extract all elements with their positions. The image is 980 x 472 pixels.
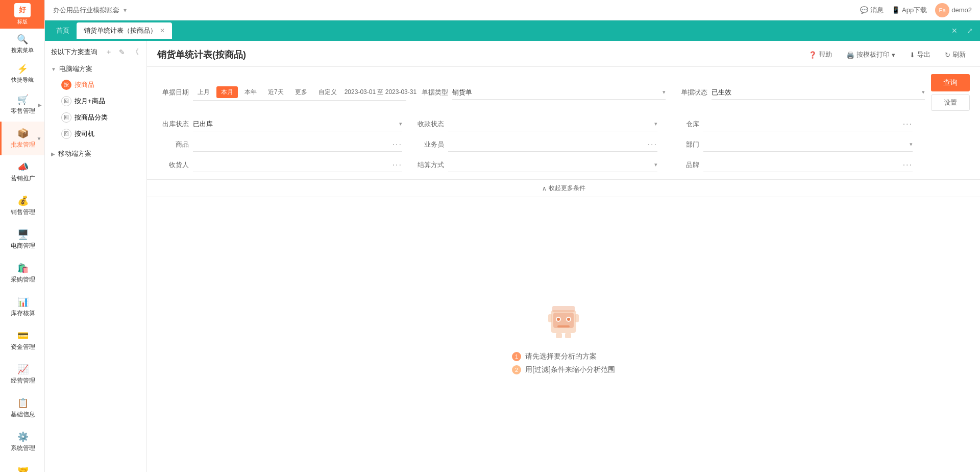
ecommerce-icon: 🖥️ bbox=[17, 229, 29, 240]
bill-status-control[interactable]: 已生效 ▾ bbox=[712, 85, 925, 100]
brand-control[interactable]: ··· bbox=[703, 158, 913, 172]
print-dropdown-icon[interactable]: ▾ bbox=[892, 51, 895, 59]
empty-tip-2: 2 用[过滤]条件来缩小分析范围 bbox=[512, 365, 615, 374]
user-profile[interactable]: Ea demo2 bbox=[935, 3, 972, 17]
bill-type-select[interactable]: 销货单 ▾ bbox=[452, 88, 666, 97]
out-status-label: 出库状态 bbox=[157, 120, 193, 129]
date-tab-last-month[interactable]: 上月 bbox=[193, 86, 214, 98]
refresh-button[interactable]: ↻ 刷新 bbox=[941, 48, 970, 61]
out-status-dropdown-icon: ▾ bbox=[399, 121, 402, 127]
filter-brand: 品牌 ··· bbox=[668, 158, 913, 172]
warehouse-control[interactable]: ··· bbox=[703, 117, 913, 131]
consignee-select[interactable]: ··· bbox=[193, 160, 402, 170]
export-button[interactable]: ⬇ 导出 bbox=[905, 48, 935, 61]
consignee-control[interactable]: ··· bbox=[193, 158, 402, 172]
staff-select[interactable]: ··· bbox=[448, 140, 657, 149]
tab-close-icon[interactable]: ✕ bbox=[160, 28, 165, 34]
out-status-control[interactable]: 已出库 ▾ bbox=[193, 117, 402, 131]
purchase-icon: 🛍️ bbox=[17, 263, 29, 274]
receipt-status-control[interactable]: ▾ bbox=[448, 117, 657, 131]
bill-status-value: 已生效 bbox=[712, 88, 731, 97]
window-close-button[interactable]: ✕ bbox=[948, 25, 961, 37]
mobile-schemes-parent[interactable]: ▶ 移动端方案 bbox=[45, 146, 146, 161]
sidebar-item-ecommerce[interactable]: 🖥️ 电商管理 bbox=[0, 223, 45, 256]
sidebar-item-basic[interactable]: 📋 基础信息 bbox=[0, 391, 45, 425]
dept-control[interactable]: ▾ bbox=[703, 137, 913, 152]
desktop-schemes-parent[interactable]: ▼ 电脑端方案 bbox=[45, 61, 146, 77]
date-tab-current-month[interactable]: 本月 bbox=[216, 86, 238, 98]
date-tabs: 上月 本月 本年 近7天 更多 自定义 bbox=[193, 86, 341, 98]
svg-rect-9 bbox=[556, 333, 562, 338]
filter-out-status: 出库状态 已出库 ▾ bbox=[157, 117, 402, 131]
window-maximize-button[interactable]: ⤢ bbox=[964, 25, 976, 37]
receipt-status-select[interactable]: ▾ bbox=[448, 121, 657, 127]
sidebar-item-finance[interactable]: 💳 资金管理 bbox=[0, 324, 45, 358]
sidebar-item-sales[interactable]: 💰 销售管理 bbox=[0, 189, 45, 223]
system-label: 系统管理 bbox=[11, 444, 35, 453]
out-status-select[interactable]: 已出库 ▾ bbox=[193, 120, 402, 129]
sidebar-item-wholesale[interactable]: 📦 批发管理 ▼ bbox=[0, 122, 45, 155]
tab-home[interactable]: 首页 bbox=[49, 22, 77, 39]
warehouse-select[interactable]: ··· bbox=[703, 120, 913, 129]
app-download-button[interactable]: 📱 App下载 bbox=[892, 6, 927, 15]
scheme-by-clerk[interactable]: 回 按司机 bbox=[45, 126, 146, 142]
sidebar-item-enterprise[interactable]: 🤝 企业协同 bbox=[0, 459, 45, 472]
consignee-dots[interactable]: ··· bbox=[393, 160, 402, 170]
help-icon: ❓ bbox=[808, 51, 817, 59]
staff-control[interactable]: ··· bbox=[448, 137, 657, 152]
goods-select[interactable]: ··· bbox=[193, 140, 402, 149]
scheme-by-goods[interactable]: 按 按商品 bbox=[45, 77, 146, 93]
wholesale-icon: 📦 bbox=[17, 128, 29, 139]
receipt-status-label: 收款状态 bbox=[412, 120, 448, 129]
date-tab-custom[interactable]: 自定义 bbox=[314, 86, 341, 98]
print-button[interactable]: 🖨️ 按模板打印 ▾ bbox=[842, 48, 899, 61]
edit-scheme-button[interactable]: ✎ bbox=[117, 47, 127, 57]
goods-control[interactable]: ··· bbox=[193, 137, 402, 152]
date-tab-more[interactable]: 更多 bbox=[290, 86, 312, 98]
tab-sales-stat[interactable]: 销货单统计表（按商品） ✕ bbox=[77, 22, 172, 39]
query-btn-area: 查询 设置 bbox=[931, 74, 970, 111]
query-button[interactable]: 查询 bbox=[931, 74, 970, 91]
scheme-by-goods-icon: 按 bbox=[61, 80, 71, 90]
mobile-tree-expand-icon: ▶ bbox=[51, 151, 55, 157]
settlement-select[interactable]: ▾ bbox=[448, 161, 657, 168]
sidebar-item-retail[interactable]: 🛒 零售管理 ▶ bbox=[0, 88, 45, 122]
consignee-label: 收货人 bbox=[157, 160, 193, 170]
dept-select[interactable]: ▾ bbox=[703, 141, 913, 148]
messages-button[interactable]: 💬 消息 bbox=[860, 6, 884, 15]
sidebar-item-purchase[interactable]: 🛍️ 采购管理 bbox=[0, 256, 45, 290]
bill-type-value: 销货单 bbox=[452, 88, 472, 97]
scheme-by-goods-cat[interactable]: 回 按商品分类 bbox=[45, 109, 146, 126]
sidebar-item-search[interactable]: 🔍 搜索菜单 bbox=[11, 29, 34, 59]
settings-button[interactable]: 设置 bbox=[931, 95, 970, 111]
bill-status-select[interactable]: 已生效 ▾ bbox=[712, 88, 925, 97]
brand-select[interactable]: ··· bbox=[703, 160, 913, 170]
add-scheme-button[interactable]: ＋ bbox=[104, 47, 114, 57]
collapse-button[interactable]: ∧ 收起更多条件 bbox=[542, 184, 585, 193]
svg-rect-6 bbox=[557, 325, 570, 327]
filter-dept: 部门 ▾ bbox=[668, 137, 913, 152]
staff-dots[interactable]: ··· bbox=[648, 140, 657, 149]
date-tab-7days[interactable]: 近7天 bbox=[263, 86, 288, 98]
sidebar-item-operation[interactable]: 📈 经营管理 bbox=[0, 358, 45, 391]
bill-type-control[interactable]: 销货单 ▾ bbox=[452, 85, 666, 100]
enterprise-icon: 🤝 bbox=[17, 465, 29, 472]
sidebar-item-inventory[interactable]: 📊 库存核算 bbox=[0, 290, 45, 324]
date-control: 上月 本月 本年 近7天 更多 自定义 2023-03-01 至 2023-03… bbox=[193, 84, 406, 101]
page-actions: ❓ 帮助 🖨️ 按模板打印 ▾ ⬇ 导出 ↻ 刷新 bbox=[804, 48, 970, 61]
system-icon: ⚙️ bbox=[17, 431, 29, 442]
sidebar-item-marketing[interactable]: 📣 营销推广 bbox=[0, 155, 45, 189]
settlement-control[interactable]: ▾ bbox=[448, 158, 657, 172]
sidebar-item-quick-nav[interactable]: ⚡ 快捷导航 bbox=[0, 59, 45, 88]
sidebar-item-system[interactable]: ⚙️ 系统管理 bbox=[0, 425, 45, 459]
help-button[interactable]: ❓ 帮助 bbox=[804, 48, 836, 61]
collapse-row[interactable]: ∧ 收起更多条件 bbox=[147, 180, 980, 197]
warehouse-dots[interactable]: ··· bbox=[903, 120, 913, 129]
breadcrumb-dropdown-icon[interactable]: ▾ bbox=[124, 7, 127, 14]
date-group: 上月 本月 本年 近7天 更多 自定义 2023-03-01 至 2023-03… bbox=[193, 86, 406, 98]
goods-dots[interactable]: ··· bbox=[393, 140, 402, 149]
date-tab-current-year[interactable]: 本年 bbox=[240, 86, 261, 98]
brand-dots[interactable]: ··· bbox=[903, 160, 913, 170]
scheme-by-month-goods[interactable]: 回 按月+商品 bbox=[45, 93, 146, 109]
collapse-panel-button[interactable]: 《 bbox=[130, 47, 140, 57]
